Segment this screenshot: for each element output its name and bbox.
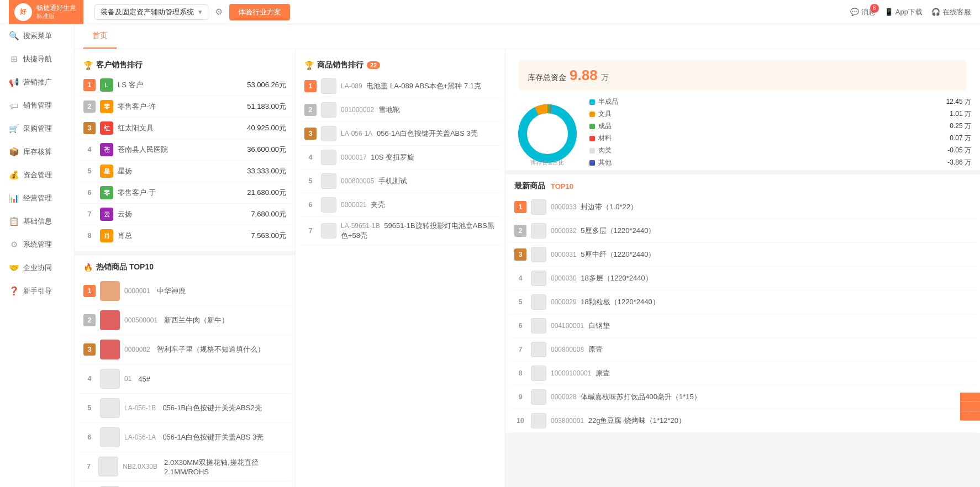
newest-rank-9: 9 (514, 391, 526, 403)
prod-img-4 (321, 150, 336, 165)
product-rank-item-3: 3 LA-056-1A 056-1A白色按键开关盖ABS 3壳 (300, 122, 500, 146)
gear-icon: ⚙ (9, 240, 19, 250)
settings-icon[interactable]: ⚙ (215, 7, 223, 17)
float-btn-service[interactable]: 客服热线 (960, 393, 980, 402)
legend-item-4: 材料 0.07 万 (589, 134, 971, 143)
prod-info-1: LA-089 电池盖 LA-089 ABS本色+黑种 7.1克 (341, 81, 496, 91)
middle-column: 🏆 商品销售排行 22 1 LA-089 电池盖 LA-089 ABS本色+黑种… (296, 49, 505, 487)
hot-name-7: 2.0X30MM双搓花轴,搓花直径2.1MM/ROHS (164, 458, 286, 476)
hot-name-4: 45# (138, 375, 150, 383)
float-btn-community[interactable]: 服务社区 (960, 402, 980, 411)
newest-rank-10: 10 (514, 415, 526, 427)
online-service-action[interactable]: 🎧 在线客服 (931, 7, 971, 17)
prod-name-6: 夹壳 (371, 200, 385, 209)
sidebar-item-marketing[interactable]: 📢 营销推广 (0, 71, 74, 94)
legend-item-5: 肉类 -0.05 万 (589, 146, 971, 155)
prod-rank-2: 2 (304, 104, 317, 116)
right-column: 库存总资金 9.88 万 (505, 49, 980, 487)
customer-badge-6: 零 (100, 186, 113, 199)
newest-rank-7: 7 (514, 343, 526, 356)
newest-rank-5: 5 (514, 296, 526, 308)
sidebar-item-finance[interactable]: 💰 资金管理 (0, 163, 74, 187)
app-download-action[interactable]: 📱 App下载 (884, 7, 923, 17)
inventory-title: 库存总资金 9.88 万 (528, 67, 958, 84)
newest-img-10 (531, 413, 546, 428)
hot-name-3: 智利车子里（规格不知道填什么） (157, 345, 265, 354)
product-rank-item-1: 1 LA-089 电池盖 LA-089 ABS本色+黑种 7.1克 (300, 75, 500, 98)
customer-badge-8: 肖 (100, 229, 113, 242)
cart-icon: 🛒 (9, 124, 19, 134)
sidebar-item-inventory[interactable]: 📦 库存核算 (0, 140, 74, 163)
sidebar-item-operation[interactable]: 📊 经营管理 (0, 187, 74, 210)
hot-product-img-3 (100, 340, 120, 359)
newest-item-3: 3 0000031 5厘中纤（1220*2440） (510, 243, 976, 267)
hot-rank-3: 3 (83, 343, 96, 356)
hot-name-1: 中华神鹿 (157, 286, 186, 296)
trial-button[interactable]: 体验行业方案 (229, 4, 290, 20)
prod-code-2: 001000002 (341, 106, 374, 114)
tab-home[interactable]: 首页 (83, 24, 117, 49)
inventory-legend: 半成品 12.45 万 文具 1.01 万 成品 0.25 万 (589, 97, 971, 170)
message-action[interactable]: 💬 消息 6 (850, 7, 876, 17)
chevron-down-icon: ▾ (198, 8, 202, 16)
newest-list: 1 0000033 封边带（1.0*22） 2 0000032 5厘多层（122… (505, 195, 980, 433)
prod-name-4: 10S 变扭罗旋 (371, 153, 414, 161)
prod-name-5: 手机测试 (378, 177, 407, 185)
newest-info-10: 003800001 22g鱼豆腐-烧烤味（1*12*20） (551, 416, 971, 426)
rank-item-6: 6 零 零售客户-于 21,680.00元 (79, 182, 291, 204)
float-buttons: 客服热线 服务社区 直播 (960, 393, 980, 421)
hot-product-8: 8 0000011 12070519-xs (79, 481, 291, 487)
prod-name-1: 电池盖 LA-089 ABS本色+黑种 7.1克 (366, 82, 481, 90)
prod-img-2 (321, 102, 336, 118)
rank-number-3: 3 (83, 122, 96, 134)
newest-img-6 (531, 318, 546, 334)
rank-item-1: 1 L LS 客户 53,006.26元 (79, 75, 291, 96)
inventory-chart-area: 库存资金占比 半成品 12.45 万 文具 1.01 万 (514, 97, 971, 170)
rank-item-2: 2 零 零售客户-许 51,183.00元 (79, 96, 291, 118)
rank-item-4: 4 苍 苍南县人民医院 36,600.00元 (79, 139, 291, 161)
hot-products-section: 🔥 热销商品 TOP10 1 0000001 中华神鹿 2 000500001 (75, 251, 295, 487)
rank-item-8: 8 肖 肖总 7,563.00元 (79, 225, 291, 247)
newest-item-10: 10 003800001 22g鱼豆腐-烧烤味（1*12*20） (510, 409, 976, 433)
rank-item-3: 3 红 红太阳文具 40,925.00元 (79, 118, 291, 139)
rank-number-4: 4 (83, 144, 96, 156)
newest-item-1: 1 0000033 封边带（1.0*22） (510, 195, 976, 219)
newest-rank-2: 2 (514, 225, 526, 237)
newest-products-section: 最新商品 TOP10 1 0000033 封边带（1.0*22） 2 (505, 174, 980, 433)
list-icon: 📋 (9, 216, 19, 226)
system-select[interactable]: 装备及固定资产辅助管理系统 ▾ (94, 4, 208, 20)
newest-info-3: 0000031 5厘中纤（1220*2440） (551, 250, 971, 260)
sidebar-item-system[interactable]: ⚙ 系统管理 (0, 233, 74, 256)
newest-info-5: 0000029 18颗粒板（1220*2440） (551, 297, 971, 307)
logo-icon: 好 (14, 3, 32, 21)
legend-item-2: 文具 1.01 万 (589, 109, 971, 119)
hot-products-title: 🔥 热销商品 TOP10 (75, 256, 295, 277)
sidebar-item-coop[interactable]: 🤝 企业协同 (0, 256, 74, 279)
hot-product-img-2 (100, 310, 120, 330)
customer-badge-5: 星 (100, 165, 113, 178)
sidebar-item-purchase[interactable]: 🛒 采购管理 (0, 117, 74, 140)
hot-product-img-5 (100, 398, 120, 418)
rank-number-7: 7 (83, 208, 96, 220)
float-btn-live[interactable]: 直播 (960, 411, 980, 421)
sidebar-item-base[interactable]: 📋 基础信息 (0, 210, 74, 233)
sidebar-item-nav[interactable]: ⊞ 快捷导航 (0, 47, 74, 71)
customer-rank-title: 🏆 客户销售排行 (75, 54, 295, 75)
prod-rank-5: 5 (304, 175, 317, 187)
newest-item-4: 4 0000030 18多层（1220*2440） (510, 267, 976, 290)
newest-rank-4: 4 (514, 272, 526, 284)
customer-badge-1: L (100, 78, 113, 92)
phone-icon: 📱 (884, 8, 893, 16)
hot-product-2: 2 000500001 新西兰牛肉（新牛） (79, 306, 291, 335)
newest-rank-6: 6 (514, 320, 526, 332)
sidebar-item-guide[interactable]: ❓ 新手引导 (0, 279, 74, 303)
sidebar-item-sales[interactable]: 🏷 销售管理 (0, 94, 74, 117)
prod-code-6: 0000021 (341, 201, 367, 209)
legend-item-6: 其他 -3.86 万 (589, 158, 971, 167)
hot-product-img-1 (100, 281, 120, 301)
hot-name-6: 056-1A白色按键开关盖ABS 3壳 (162, 432, 264, 442)
sidebar-item-search[interactable]: 🔍 搜索菜单 (0, 24, 74, 47)
newest-item-8: 8 10000100001 原壹 (510, 362, 976, 385)
newest-info-4: 0000030 18多层（1220*2440） (551, 273, 971, 283)
product-rank-list: 1 LA-089 电池盖 LA-089 ABS本色+黑种 7.1克 2 0010… (296, 75, 505, 245)
